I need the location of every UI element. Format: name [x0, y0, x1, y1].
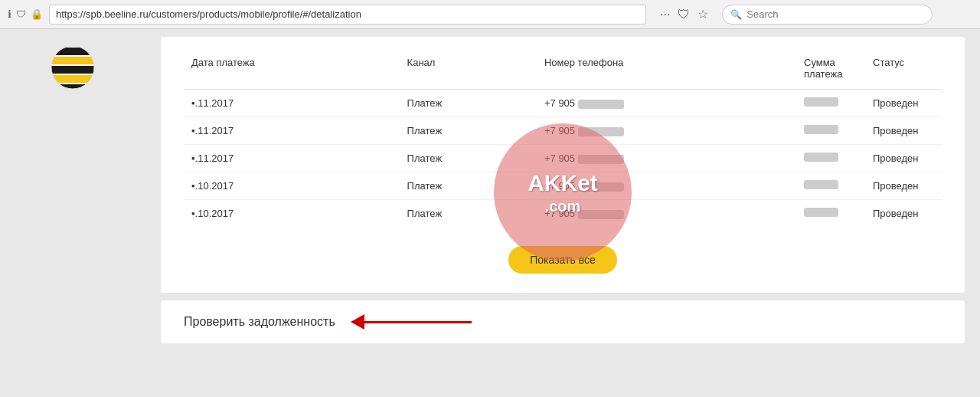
col-header-date: Дата платежа	[184, 52, 400, 90]
col-header-channel: Канал	[400, 52, 537, 90]
lock-icon: 🔒	[31, 8, 43, 20]
cell-date: ▪.11.2017	[184, 117, 400, 145]
star-icon[interactable]: ☆	[697, 7, 708, 21]
cell-status: Проведен	[865, 145, 942, 172]
cell-phone: +7 905	[537, 117, 796, 145]
cell-channel: Платеж	[400, 90, 537, 117]
cell-status: Проведен	[865, 90, 942, 117]
arrow-container	[351, 314, 472, 330]
col-header-status: Статус	[865, 52, 942, 90]
cell-status: Проведен	[865, 200, 942, 228]
svg-rect-2	[50, 48, 96, 55]
cell-date: ▪.11.2017	[184, 90, 400, 117]
cell-sum	[796, 172, 865, 200]
beeline-logo	[50, 44, 103, 98]
cell-phone: +7 905	[537, 90, 796, 117]
show-all-button[interactable]: Показать все	[508, 246, 616, 274]
cell-sum	[796, 200, 865, 228]
browser-security-icons: ℹ 🛡 🔒	[8, 8, 43, 20]
debt-card: Проверить задолженность	[161, 300, 965, 343]
shield-icon: 🛡	[16, 8, 26, 20]
cell-phone: +7 905	[537, 200, 796, 228]
arrow-head	[351, 314, 364, 330]
cell-sum	[796, 145, 865, 172]
address-bar[interactable]: https://spb.beeline.ru/customers/product…	[49, 5, 646, 25]
cell-phone: +7 905	[537, 145, 796, 172]
table-row: ▪.10.2017Платеж+7 905 Проведен	[184, 172, 942, 200]
cell-date: ▪.11.2017	[184, 145, 400, 172]
sidebar	[0, 29, 153, 397]
table-row: ▪.10.2017Платеж+7 905 Проведен	[184, 200, 942, 228]
browser-menu-icons: ··· 🛡 ☆	[652, 7, 716, 21]
table-row: ▪.11.2017Платеж+7 905 Проведен	[184, 145, 942, 172]
search-icon: 🔍	[730, 9, 742, 20]
cell-status: Проведен	[865, 172, 942, 200]
show-all-row: Показать все	[184, 227, 942, 277]
page-body: Дата платежа Канал Номер телефона Сумма …	[0, 29, 980, 397]
browser-chrome: ℹ 🛡 🔒 https://spb.beeline.ru/customers/p…	[0, 0, 980, 29]
url-text: https://spb.beeline.ru/customers/product…	[56, 8, 361, 20]
cell-phone: +7 905	[537, 172, 796, 200]
cell-channel: Платеж	[400, 172, 537, 200]
payments-table: Дата платежа Канал Номер телефона Сумма …	[184, 52, 942, 227]
cell-date: ▪.10.2017	[184, 172, 400, 200]
payments-card: Дата платежа Канал Номер телефона Сумма …	[161, 37, 965, 293]
svg-rect-4	[50, 66, 96, 74]
debt-label: Проверить задолженность	[184, 315, 335, 329]
search-input[interactable]	[746, 8, 924, 20]
svg-rect-6	[50, 84, 96, 90]
cell-channel: Платеж	[400, 117, 537, 145]
col-header-phone: Номер телефона	[537, 52, 796, 90]
info-icon: ℹ	[8, 8, 11, 20]
svg-rect-3	[50, 57, 96, 64]
cell-sum	[796, 90, 865, 117]
cell-status: Проведен	[865, 117, 942, 145]
main-content: Дата платежа Канал Номер телефона Сумма …	[153, 29, 980, 397]
bookmark-shield-icon[interactable]: 🛡	[678, 8, 690, 21]
cell-sum	[796, 117, 865, 145]
cell-channel: Платеж	[400, 200, 537, 228]
cell-channel: Платеж	[400, 145, 537, 172]
col-header-sum: Сумма платежа	[796, 52, 865, 90]
search-bar[interactable]: 🔍	[722, 5, 933, 25]
table-row: ▪.11.2017Платеж+7 905 Проведен	[184, 117, 942, 145]
arrow-line	[364, 321, 472, 323]
table-row: ▪.11.2017Платеж+7 905 Проведен	[184, 90, 942, 117]
cell-date: ▪.10.2017	[184, 200, 400, 228]
more-icon[interactable]: ···	[660, 8, 670, 21]
